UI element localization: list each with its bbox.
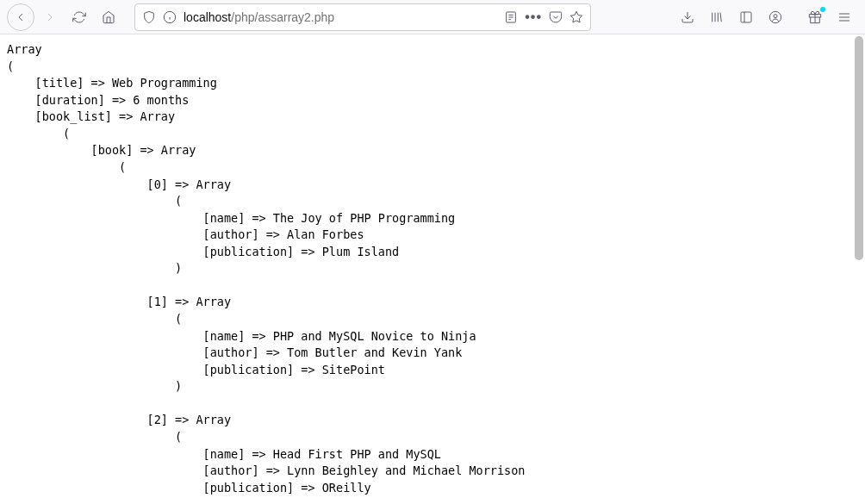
output-line: ) <box>7 261 182 275</box>
svg-rect-12 <box>741 12 751 22</box>
gift-icon <box>808 10 822 24</box>
output-line: [name] => Head First PHP and MySQL <box>7 447 441 461</box>
arrow-left-icon <box>14 10 28 24</box>
output-line: [duration] => 6 months <box>7 93 189 107</box>
output-line: ( <box>7 194 182 208</box>
forward-button <box>36 3 64 31</box>
downloads-button[interactable] <box>674 3 701 31</box>
url-host: localhost <box>184 10 231 24</box>
info-icon <box>163 10 177 24</box>
page-content: Array ( [title] => Web Programming [dura… <box>0 34 865 504</box>
address-bar[interactable]: localhost/php/assarray2.php ••• <box>134 3 591 31</box>
output-line: [0] => Array <box>7 177 231 191</box>
output-line: ( <box>7 59 14 73</box>
arrow-right-icon <box>43 10 57 24</box>
output-line: [1] => Array <box>7 295 231 308</box>
page-actions-icon[interactable]: ••• <box>525 9 542 25</box>
output-line: [name] => PHP and MySQL Novice to Ninja <box>7 329 476 343</box>
output-line: ) <box>7 379 182 393</box>
output-line: Array <box>7 42 42 56</box>
bookmark-star-icon[interactable] <box>569 10 583 24</box>
output-line: ( <box>7 127 70 140</box>
menu-icon <box>837 10 851 24</box>
output-line: [name] => The Joy of PHP Programming <box>7 211 455 225</box>
reader-icon[interactable] <box>504 10 518 24</box>
library-icon <box>710 10 724 24</box>
sidebar-button[interactable] <box>732 3 760 31</box>
url-text: localhost/php/assarray2.php <box>184 10 497 24</box>
account-button[interactable] <box>762 3 789 31</box>
browser-toolbar: localhost/php/assarray2.php ••• <box>0 0 865 34</box>
output-line: ( <box>7 312 182 326</box>
svg-point-15 <box>774 14 777 17</box>
output-line: ( <box>7 430 182 444</box>
output-line: [author] => Alan Forbes <box>7 227 364 241</box>
output-line: [author] => Lynn Beighley and Michael Mo… <box>7 464 525 477</box>
sidebar-icon <box>739 10 753 24</box>
reload-button[interactable] <box>65 3 93 31</box>
output-line: [book] => Array <box>7 143 196 157</box>
output-line: ( <box>7 160 126 174</box>
reload-icon <box>72 10 86 24</box>
notification-dot-icon <box>820 7 825 12</box>
menu-button[interactable] <box>831 3 858 31</box>
svg-marker-7 <box>570 11 582 22</box>
output-line: [author] => Tom Butler and Kevin Yank <box>7 345 462 359</box>
pocket-icon[interactable] <box>549 10 563 24</box>
output-line: [publication] => OReilly <box>7 481 371 495</box>
output-line: [publication] => SitePoint <box>7 363 385 376</box>
shield-icon <box>142 10 156 24</box>
scrollbar-thumb[interactable] <box>855 36 863 260</box>
download-icon <box>681 10 694 24</box>
whats-new-button[interactable] <box>801 3 829 31</box>
account-icon <box>769 10 782 24</box>
library-button[interactable] <box>703 3 731 31</box>
url-path: /php/assarray2.php <box>231 10 334 24</box>
nav-buttons <box>7 3 122 31</box>
output-line: [2] => Array <box>7 413 231 426</box>
home-button[interactable] <box>95 3 122 31</box>
output-line: [publication] => Plum Island <box>7 245 399 258</box>
back-button[interactable] <box>7 3 34 31</box>
svg-line-11 <box>720 12 721 22</box>
svg-point-14 <box>769 11 781 22</box>
output-line: [title] => Web Programming <box>7 76 217 90</box>
toolbar-right <box>674 3 858 31</box>
home-icon <box>102 10 115 24</box>
output-line: [book_list] => Array <box>7 109 175 123</box>
